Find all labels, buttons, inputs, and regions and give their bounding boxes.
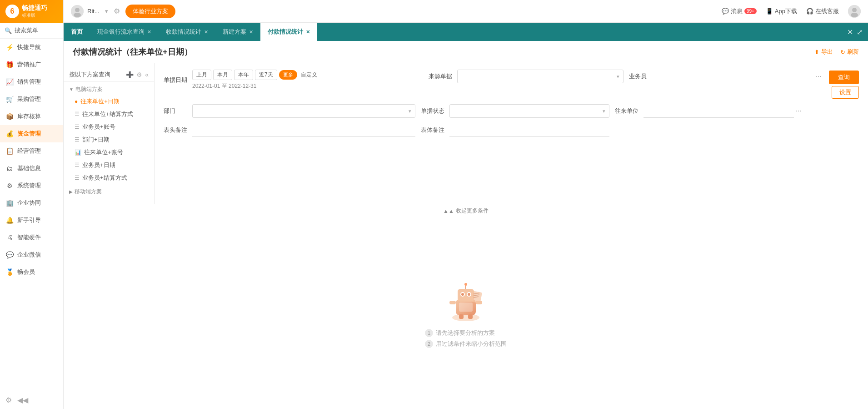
more-date-btn[interactable]: 更多 <box>279 70 297 80</box>
hint-text-2: 用过滤条件来缩小分析范围 <box>436 340 507 348</box>
sidebar-item-sales[interactable]: 📈 销售管理 <box>0 73 63 91</box>
header-user-avatar[interactable] <box>848 5 861 18</box>
sidebar-item-hardware[interactable]: 🖨 智能硬件 <box>0 229 63 246</box>
sidebar-item-basic[interactable]: 🗂 基础信息 <box>0 160 63 177</box>
tab-home[interactable]: 首页 <box>64 23 90 41</box>
svg-point-2 <box>74 13 81 17</box>
basic-icon: 🗂 <box>5 164 14 172</box>
refresh-action[interactable]: ↻ 刷新 <box>840 48 859 56</box>
filter-form: 单据日期 上月 本月 本年 近7天 更多 自定义 2022-01-01 至 20… <box>155 63 868 204</box>
search-icon: 🔍 <box>5 27 12 34</box>
tab-payment-label: 付款情况统计 <box>268 28 303 36</box>
user-dropdown-icon[interactable]: ▾ <box>105 8 108 15</box>
scheme-item-staff-date[interactable]: ☰ 业务员+日期 <box>64 159 154 172</box>
sidebar-item-purchase[interactable]: 🛒 采购管理 <box>0 91 63 108</box>
try-industry-button[interactable]: 体验行业方案 <box>125 5 175 18</box>
body-note-input[interactable] <box>449 123 609 137</box>
sidebar-item-inventory[interactable]: 📦 库存核算 <box>0 108 63 125</box>
scheme-item-staff-account[interactable]: ☰ 业务员+账号 <box>64 121 154 133</box>
last-month-btn[interactable]: 上月 <box>192 70 211 80</box>
tab-cash[interactable]: 现金银行流水查询 ✕ <box>90 23 159 41</box>
sidebar-item-wechat[interactable]: 💬 企业微信 <box>0 246 63 263</box>
scheme-item-label: 业务员+结算方式 <box>82 174 127 182</box>
staff-dots-icon[interactable]: ··· <box>814 72 823 81</box>
tab-cash-close-icon[interactable]: ✕ <box>147 29 151 35</box>
scheme-group-label: 移动端方案 <box>75 188 102 196</box>
sidebar-item-guide[interactable]: 🔔 新手引导 <box>0 212 63 229</box>
source-select[interactable]: ▾ <box>457 70 623 83</box>
dept-select[interactable]: ▾ <box>192 104 415 118</box>
partner-input[interactable] <box>644 104 794 118</box>
scheme-group-title-mobile[interactable]: ▶ 移动端方案 <box>64 186 154 197</box>
this-year-btn[interactable]: 本年 <box>234 70 253 80</box>
scheme-item-unit-settle[interactable]: ☰ 往来单位+结算方式 <box>64 108 154 121</box>
sidebar-item-enterprise[interactable]: 🏢 企业协同 <box>0 194 63 212</box>
scheme-item-staff-settle[interactable]: ☰ 业务员+结算方式 <box>64 172 154 184</box>
query-button[interactable]: 查询 <box>829 71 859 84</box>
sidebar-item-label: 库存核算 <box>17 112 41 121</box>
scheme-item-icon: ☰ <box>75 124 80 130</box>
tab-payment-close-icon[interactable]: ✕ <box>306 29 310 35</box>
scheme-group-title-desktop[interactable]: ▼ 电脑端方案 <box>64 84 154 95</box>
export-action[interactable]: ⬆ 导出 <box>814 48 833 56</box>
settings-gear-icon[interactable]: ⚙ <box>114 7 120 15</box>
sidebar-item-marketing[interactable]: 🎁 营销推广 <box>0 56 63 73</box>
tab-new-scheme-close-icon[interactable]: ✕ <box>249 29 253 35</box>
tab-cash-label: 现金银行流水查询 <box>97 28 145 36</box>
tab-receipts-label: 收款情况统计 <box>166 28 201 36</box>
scheme-item-dept-date[interactable]: ☰ 部门+日期 <box>64 133 154 146</box>
doc-status-select[interactable]: ▾ <box>449 104 609 118</box>
last-7-days-btn[interactable]: 近7天 <box>255 70 277 80</box>
system-icon: ⚙ <box>5 182 14 190</box>
tab-payment[interactable]: 付款情况统计 ✕ <box>260 23 317 41</box>
management-icon: 📋 <box>5 147 14 155</box>
top-header: Rit... ▾ ⚙ 体验行业方案 💬 消息 99+ 📱 App下载 🎧 在线客… <box>64 0 868 23</box>
sidebar-item-shortcut[interactable]: ⚡ 快捷导航 <box>0 39 63 56</box>
header-note-input[interactable] <box>192 123 415 137</box>
partner-dots-icon[interactable]: ··· <box>794 107 803 115</box>
collapse-more-button[interactable]: ▲▲ 收起更多条件 <box>443 207 489 215</box>
empty-hint-1: 1 请先选择要分析的方案 <box>425 329 507 337</box>
sidebar-item-management[interactable]: 📋 经营管理 <box>0 142 63 160</box>
settings-button[interactable]: 设置 <box>832 86 859 99</box>
add-scheme-icon[interactable]: ➕ <box>126 71 134 78</box>
export-label: 导出 <box>821 48 833 56</box>
sidebar-item-capital[interactable]: 💰 资金管理 <box>0 125 63 142</box>
wechat-icon: 💬 <box>5 251 14 259</box>
tab-receipts[interactable]: 收款情况统计 ✕ <box>159 23 215 41</box>
collapse-scheme-icon[interactable]: « <box>145 71 149 78</box>
expand-tabs-icon[interactable]: ⤢ <box>857 28 863 36</box>
sidebar-item-member[interactable]: 🏅 畅会员 <box>0 263 63 281</box>
staff-input[interactable] <box>658 70 814 83</box>
search-menu-item[interactable]: 🔍 搜索菜单 <box>0 23 63 39</box>
close-all-tabs-icon[interactable]: ✕ <box>847 28 853 36</box>
collapse-sidebar-icon[interactable]: ◀◀ <box>17 396 28 404</box>
settings-scheme-icon[interactable]: ⚙ <box>136 71 142 78</box>
tab-new-scheme[interactable]: 新建方案 ✕ <box>215 23 260 41</box>
tab-receipts-close-icon[interactable]: ✕ <box>204 29 208 35</box>
online-service-item[interactable]: 🎧 在线客服 <box>806 7 839 15</box>
scheme-item-label: 业务员+日期 <box>82 161 115 169</box>
doc-status-dropdown-icon: ▾ <box>603 108 605 114</box>
user-avatar <box>71 5 84 18</box>
scheme-item-unit-date[interactable]: ● 往来单位+日期 <box>64 95 154 108</box>
sidebar-item-label: 营销推广 <box>17 61 41 69</box>
hint-num-2: 2 <box>425 340 433 348</box>
filter-field-doc-status: 单据状态 ▾ <box>421 104 609 118</box>
settings-bottom-icon[interactable]: ⚙ <box>5 396 12 404</box>
filter-field-body-note: 表体备注 <box>421 123 609 137</box>
sidebar-item-label: 智能硬件 <box>17 233 41 242</box>
filter-btn-group: 查询 设置 <box>829 70 859 99</box>
filter-field-dept: 部门 ▾ <box>164 104 415 118</box>
sidebar-item-system[interactable]: ⚙ 系统管理 <box>0 177 63 194</box>
app-download-item[interactable]: 📱 App下载 <box>766 7 797 15</box>
collapse-up-icon: ▲▲ <box>443 208 454 214</box>
scheme-item-unit-account[interactable]: 📊 往来单位+账号 <box>64 146 154 159</box>
staff-label: 业务员 <box>629 72 654 81</box>
messages-item[interactable]: 💬 消息 99+ <box>722 7 757 15</box>
page-header-actions: ⬆ 导出 ↻ 刷新 <box>814 48 859 56</box>
this-month-btn[interactable]: 本月 <box>213 70 232 80</box>
main-area: Rit... ▾ ⚙ 体验行业方案 💬 消息 99+ 📱 App下载 🎧 在线客… <box>64 0 868 409</box>
empty-hint-2: 2 用过滤条件来缩小分析范围 <box>425 340 507 348</box>
user-info[interactable]: Rit... <box>71 5 100 18</box>
